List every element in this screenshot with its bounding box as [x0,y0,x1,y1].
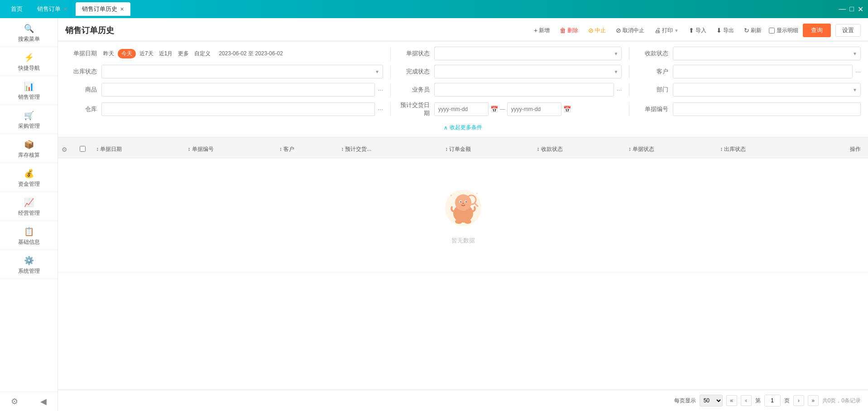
table-settings-icon[interactable]: ⚙ [62,146,67,153]
delete-icon: 🗑 [560,27,566,34]
main-layout: 🔍 搜索菜单 ⚡ 快捷导航 📊 销售管理 🛒 采购管理 📦 库存核算 💰 资金管… [0,18,868,411]
doc-status-label: 单据状态 [398,49,434,58]
complete-status-select[interactable] [434,65,622,78]
date-today-btn[interactable]: 今天 [118,49,136,58]
empty-state-row: ✦ ✦ 暂无数据 [58,158,868,272]
topbar-minimize-btn[interactable]: — [839,5,846,13]
date-1month-btn[interactable]: 近1月 [157,49,175,58]
calendar-end-icon[interactable]: 📅 [563,106,571,113]
empty-icon: ✦ ✦ [441,185,486,232]
out-status-select[interactable] [101,65,383,78]
goods-input[interactable] [101,83,375,97]
cancel-stop-btn[interactable]: ⊘ 取消中止 [613,25,647,36]
date-7days-btn[interactable]: 近7天 [138,49,155,58]
page-size-select[interactable]: 50 10 20 100 [700,395,723,406]
display-toggle[interactable]: 显示明细 [769,27,798,34]
warehouse-input[interactable] [101,102,375,116]
warehouse-dots-btn[interactable]: ··· [378,106,383,113]
next-page-btn[interactable]: › [793,395,804,406]
display-toggle-checkbox[interactable] [769,28,775,34]
search-menu-icon: 🔍 [24,24,34,34]
sidebar-item-operations-label: 经营管理 [18,209,40,217]
dept-select[interactable] [673,83,861,97]
table-area: ⚙ ↕ 单据日期 ↕ 单据编号 ↕ 客户 [58,141,868,390]
expected-date-end-input[interactable] [507,102,561,116]
date-custom-btn[interactable]: 自定义 [192,49,212,58]
divider-2 [629,47,629,60]
stop-btn[interactable]: ⊘ 中止 [585,25,609,36]
new-icon: + [534,27,537,34]
new-btn[interactable]: + 新增 [531,25,552,36]
stop-btn-label: 中止 [595,27,606,34]
topbar-maximize-btn[interactable]: □ [849,5,854,13]
tab-home-label: 首页 [11,5,23,13]
close-history-icon[interactable]: ✕ [120,6,124,12]
doc-date-control: 昨天 今天 近7天 近1月 更多 自定义 2023-06-02 至 2023-0… [101,49,383,58]
cancel-stop-btn-label: 取消中止 [623,27,644,34]
salesperson-dots-btn[interactable]: ··· [617,86,622,93]
setting-btn[interactable]: 设置 [835,24,861,37]
tab-sales-order[interactable]: 销售订单 ✕ [31,2,74,16]
expected-date-control: 📅 — 📅 [434,102,622,116]
print-btn[interactable]: 🖨 打印 ▼ [652,25,681,36]
page-label-before: 第 [755,397,761,405]
sidebar-collapse-btn[interactable]: ◀ [40,396,47,406]
sidebar-item-operations[interactable]: 📈 经营管理 [0,192,58,221]
sidebar-item-basic-info-label: 基础信息 [18,238,40,246]
sidebar-item-quick-nav[interactable]: ⚡ 快捷导航 [0,47,58,76]
date-more-btn[interactable]: 更多 [176,49,191,58]
sidebar-item-search-menu[interactable]: 🔍 搜索菜单 [0,18,58,47]
tab-home[interactable]: 首页 [5,2,29,16]
goods-dots-btn[interactable]: ··· [378,86,383,93]
close-sales-order-icon[interactable]: ✕ [63,6,67,12]
query-btn[interactable]: 查询 [803,24,831,37]
tab-sales-order-history[interactable]: 销售订单历史 ✕ [76,2,130,16]
sidebar-item-purchase-mgmt[interactable]: 🛒 采购管理 [0,105,58,134]
select-all-checkbox[interactable] [80,146,86,152]
receipt-status-select[interactable] [673,47,861,60]
refresh-icon: ↻ [744,27,749,34]
collapse-btn[interactable]: ∧ 收起更多条件 [65,122,861,131]
first-page-icon: « [730,397,733,404]
purchase-mgmt-icon: 🛒 [24,111,34,121]
customer-input[interactable] [673,65,853,78]
export-icon: ⬇ [716,27,722,34]
th-expected-date: ↕ 预计交货... [337,141,441,158]
warehouse-control: ··· [101,102,383,116]
sidebar-item-sales-mgmt[interactable]: 📊 销售管理 [0,76,58,105]
prev-page-btn[interactable]: ‹ [741,395,752,406]
calendar-start-icon[interactable]: 📅 [490,106,498,113]
th-settings: ⚙ [58,141,76,158]
th-doc-no: ↕ 单据编号 [184,141,275,158]
th-doc-date: ↕ 单据日期 [92,141,184,158]
expected-date-start-input[interactable] [434,102,489,116]
svg-text:✦: ✦ [476,192,478,195]
page-size-label: 每页显示 [674,397,696,405]
sidebar-item-inventory[interactable]: 📦 库存核算 [0,134,58,163]
page-number-input[interactable] [764,395,781,406]
doc-no-input[interactable] [673,102,861,116]
import-btn[interactable]: ⬆ 导入 [686,25,709,36]
receipt-status-select-wrapper: ▼ [673,47,861,60]
sidebar-item-sys-mgmt-label: 系统管理 [18,267,40,275]
last-page-btn[interactable]: » [808,395,819,406]
refresh-btn[interactable]: ↻ 刷新 [741,25,764,36]
stop-icon: ⊘ [588,27,594,34]
sidebar-item-sales-mgmt-label: 销售管理 [18,93,40,101]
sidebar-item-finance[interactable]: 💰 资金管理 [0,163,58,192]
sidebar-settings-btn[interactable]: ⚙ [11,396,18,406]
sidebar-item-search-menu-label: 搜索菜单 [18,35,40,43]
sidebar-item-basic-info[interactable]: 📋 基础信息 [0,221,58,250]
first-page-btn[interactable]: « [726,395,737,406]
sidebar-item-sys-mgmt[interactable]: ⚙️ 系统管理 [0,250,58,279]
delete-btn[interactable]: 🗑 删除 [557,25,581,36]
salesperson-input[interactable] [434,83,614,97]
sales-mgmt-icon: 📊 [24,82,34,92]
customer-dots-btn[interactable]: ··· [855,68,861,75]
topbar-close-btn[interactable]: ✕ [858,5,863,14]
date-yesterday-btn[interactable]: 昨天 [101,49,116,58]
export-btn[interactable]: ⬇ 导出 [714,25,737,36]
divider-8 [629,102,629,116]
divider-6 [629,83,629,97]
doc-status-select[interactable] [434,47,622,60]
